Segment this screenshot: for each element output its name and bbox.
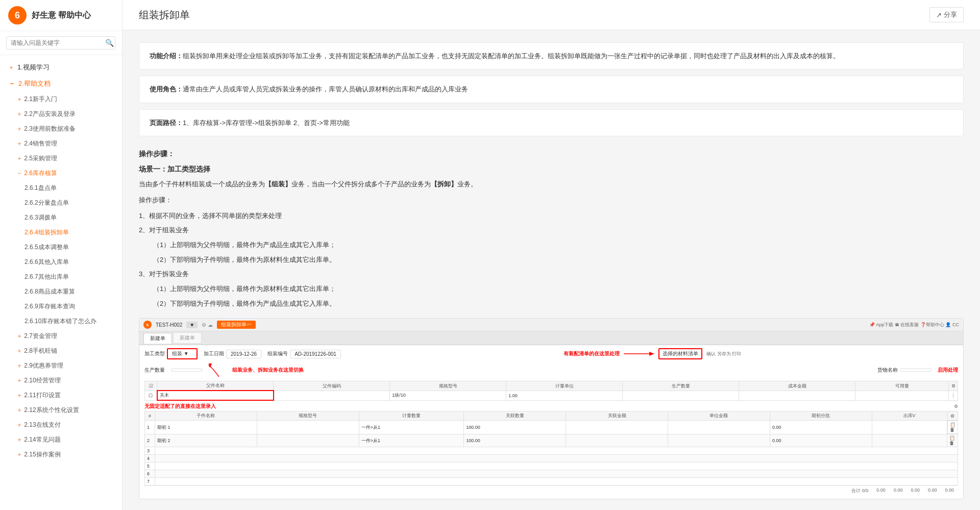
sidebar-item-print[interactable]: ＋ 2.11打印设置 [0,388,122,403]
ss-t2-qty2: 一件>从1 [359,434,464,447]
sub-expand-icon: ＋ [16,362,22,369]
sidebar-item-costcalc[interactable]: 2.6.8商品成本重算 [0,284,122,299]
sidebar-item-split[interactable]: 2.6.2分量盘点单 [0,196,122,210]
sidebar-item-label: 2.9优惠券管理 [24,362,63,369]
sidebar-item-sales[interactable]: ＋ 2.4销售管理 [0,136,122,151]
ss-t2-idx3: 3 [145,447,155,455]
sidebar-item-coupon[interactable]: ＋ 2.9优惠券管理 [0,358,122,373]
ss-t2-aqty2: 100.00 [464,434,566,447]
share-button[interactable]: ↗ 分享 [929,7,964,22]
ss-td-name[interactable]: 关木 [157,391,274,400]
sidebar-item-assembly[interactable]: 2.6.4组装拆卸单 [0,225,122,240]
sidebar-item-manage[interactable]: ＋ 2.10经营管理 [0,373,122,388]
ss-icons: ⚙ ☁ [202,322,213,328]
sidebar-item-label: 2.6.5成本调整单 [24,244,69,251]
sidebar-item-stock[interactable]: － 2.6库存核算 [0,166,122,181]
sub-expand-icon: ＋ [16,406,22,414]
sidebar-item-count[interactable]: 2.6.1盘点单 [0,181,122,196]
ss-t2-th-uamount: 单位金额 [668,411,770,421]
sidebar-item-adjust[interactable]: 2.6.3调拨单 [0,210,122,225]
ss-qty-value[interactable] [171,369,203,372]
sidebar-item-data[interactable]: ＋ 2.3使用前数据准备 [0,122,122,136]
sidebar-item-install[interactable]: ＋ 2.2产品安装及登录 [0,107,122,122]
ss-type-value[interactable]: 组装 ▼ [167,348,198,359]
sidebar-item-video[interactable]: ＋ 1.视频学习 [0,59,122,76]
intro-block: 功能介绍：组装拆卸单用来处理企业组装或拆卸等加工业务，支持有固定装配清单的产品加… [139,42,964,69]
sidebar-item-label: 2.3使用前数据准备 [24,125,76,132]
ss-no-label: 组装编号 [267,350,288,357]
ss-t2-th-qty: 计量数量 [359,411,464,421]
sidebar-item-docs[interactable]: － 2.帮助文档 [0,76,122,92]
sidebar-item-label: 2.1新手入门 [24,95,57,103]
ss-total6: 0.00 [945,488,954,494]
svg-marker-1 [649,352,654,356]
ss-right-field: 货物名称 启用处理 [877,367,958,374]
sidebar-item-purchase[interactable]: ＋ 2.5采购管理 [0,151,122,166]
search-button[interactable]: 🔍 [103,37,116,49]
sidebar-item-stockcheck[interactable]: 2.6.9库存账本查询 [0,299,122,314]
ss-t2-th-aqty: 关联数量 [464,411,566,421]
ss-t2-th-spec: 规格型号 [257,411,359,421]
scenario1-desc: 当由多个子件材料组装成一个成品的业务为【组装】业务，当由一个父件拆分成多个子产品… [139,178,964,191]
sidebar-item-finance[interactable]: ＋ 2.7资金管理 [0,329,122,344]
sidebar-item-cost[interactable]: 2.6.5成本调整单 [0,240,122,255]
ss-tab-inactive[interactable]: 新建单 [173,332,202,344]
ss-td-qty [623,391,739,400]
role-text: 通常由生产人员或库管人员完成拆装业务的操作，库管人员确认原材料的出库和产成品的入… [183,85,468,93]
sub-expand-icon: ＋ [16,377,22,384]
ss-table2-left: 无固定适配了的直接在这里录入 [144,403,216,410]
ss-t2-empty5 [155,463,958,470]
ss-table2-wrapper: 无固定适配了的直接在这里录入 ⚙ # 子件名称 规格型号 [144,403,958,496]
ss-qty-row: 生产数量 组装业务、拆卸业务在这里切换 [144,362,958,378]
sidebar-item-outother[interactable]: 2.6.7其他出库单 [0,270,122,284]
ss-td-action[interactable]: ⋮ [949,391,958,400]
step3: 3、对于拆装业务 [139,268,964,281]
ss-total2: 0.00 [876,488,886,494]
ss-date-value[interactable]: 2019-12-26 [226,350,261,358]
expand-icon: ＋ [8,63,14,72]
step1: 1、根据不同的业务，选择不同单据的类型来处理 [139,210,964,223]
brand-name: 好生意 帮助中心 [32,10,91,21]
steps-title: 操作步骤： [139,150,964,159]
sidebar-item-mobile[interactable]: ＋ 2.8手机旺铺 [0,344,122,358]
sidebar-item-faq[interactable]: ＋ 2.14常见问题 [0,432,122,447]
table-row: 3 [145,447,958,455]
sidebar-item-label: 2.15操作案例 [24,451,60,458]
ss-t2-idx6: 6 [145,470,155,478]
ss-th-action: ⚙ [949,381,958,391]
sidebar-item-newbie[interactable]: ＋ 2.1新手入门 [0,92,122,107]
ss-bom-btn[interactable]: 选择的材料清单 [658,348,702,359]
ss-tab-active[interactable]: 新建单 [143,333,172,344]
ss-right-value[interactable] [900,369,932,372]
ss-t2-action2[interactable]: 📋 🗑 [947,434,958,447]
sidebar-item-stockerror[interactable]: 2.6.10库存账本错了怎么办 [0,314,122,329]
ss-t2-th-out: 出库V [872,411,947,421]
ss-no-value[interactable]: AD-20191226-001 [290,350,341,358]
ss-td-amount [739,391,855,400]
sidebar-item-custom[interactable]: ＋ 2.12系统个性化设置 [0,403,122,418]
ss-t2-aamount [566,421,668,434]
nav-list: ＋ 1.视频学习 － 2.帮助文档 ＋ 2.1新手入门 ＋ 2.2产品安装及登录… [0,55,122,510]
sidebar-item-payment[interactable]: ＋ 2.13在线支付 [0,418,122,432]
ss-t2-action[interactable]: 📋 🗑 [947,421,958,434]
ss-orange-nav: 组装拆卸单一 [217,321,256,329]
ss-type-field: 加工类型 组装 ▼ [144,348,198,359]
sidebar-item-inother[interactable]: 2.6.6其他入库单 [0,255,122,270]
ss-t2-out [872,421,947,434]
ss-td-code [274,391,390,400]
ss-th-amount: 成本金额 [739,381,855,391]
ss-t2-empty4 [155,455,958,463]
sidebar-item-label: 2.5采购管理 [24,155,57,162]
svg-marker-2 [209,363,212,368]
ss-t2-spec [257,421,359,434]
step3-sub1: （1）上部明细为父件明细，最终作为原材料生成其它出库单； [153,283,964,296]
scenario1-title: 场景一：加工类型选择 [139,165,964,174]
ss-table2-head: # 子件名称 规格型号 计量数量 关联数量 关联金额 单位金额 期初分批 出库V [145,411,958,421]
sidebar: 6 好生意 帮助中心 🔍 ＋ 1.视频学习 － 2.帮助文档 ＋ 2.1新手入门… [0,0,122,510]
table-row: 5 [145,463,958,470]
ss-t2-name2: 期初 2 [155,434,257,447]
ss-t2-uamount2 [668,434,770,447]
search-input[interactable] [6,36,115,50]
logo-icon: 6 [8,6,27,25]
sidebar-item-case[interactable]: ＋ 2.15操作案例 [0,447,122,462]
